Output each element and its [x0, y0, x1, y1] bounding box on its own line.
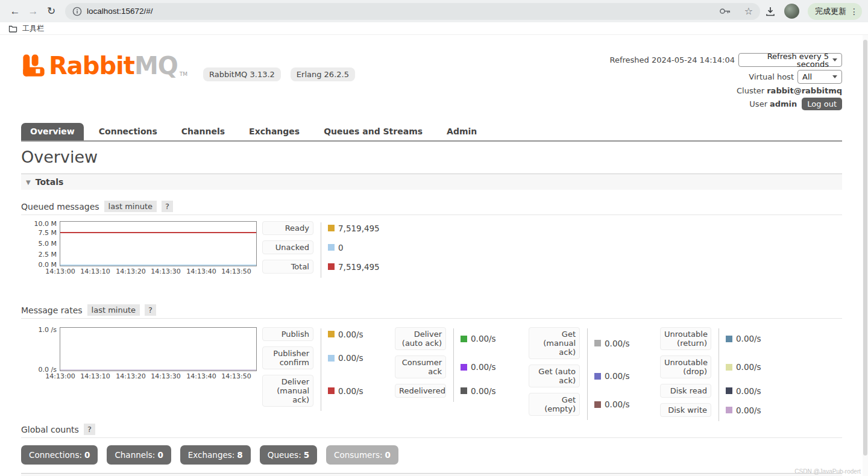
connections-count-button[interactable]: Connections:0 [21, 445, 98, 465]
ytick: 2.5 M [39, 251, 57, 258]
rabbitmq-management-page: RabbitMQ TM RabbitMQ 3.13.2 Erlang 26.2.… [0, 35, 868, 476]
consumers-count-button[interactable]: Consumers:0 [326, 445, 398, 465]
legend-get-empty-label[interactable]: Get (empty) [529, 393, 580, 416]
header-status-panel: Refreshed 2024-05-24 14:14:04 Refresh ev… [589, 53, 842, 113]
tab-connections[interactable]: Connections [90, 123, 166, 140]
queues-label: Queues: [268, 450, 301, 460]
ready-swatch-icon [328, 225, 335, 231]
downloads-icon[interactable] [765, 6, 776, 17]
redelivered-rate: 0.00/s [471, 386, 496, 396]
rabbitmq-logo-icon[interactable] [21, 53, 46, 78]
erlang-version-badge: Erlang 26.2.5 [291, 67, 355, 81]
browser-update-button[interactable]: 完成更新 ⋮ [808, 3, 862, 20]
rates-help-icon[interactable]: ? [145, 304, 156, 316]
exchanges-label: Exchanges: [188, 450, 235, 460]
legend-unroutable-drop-label[interactable]: Unroutable (drop) [660, 355, 711, 378]
legend-divider [719, 328, 719, 421]
get-auto-rate: 0.00/s [605, 371, 630, 381]
unacked-swatch-icon [328, 244, 335, 251]
unroutable-return-rate: 0.00/s [736, 334, 761, 343]
legend-consumer-ack-label[interactable]: Consumer ack [395, 355, 446, 378]
exchanges-value: 8 [237, 450, 242, 460]
tab-overview[interactable]: Overview [21, 123, 84, 140]
profile-avatar[interactable] [784, 4, 799, 19]
legend-unacked-label[interactable]: Unacked [262, 240, 313, 254]
xtick: 14:13:00 [41, 268, 80, 275]
vhost-select[interactable]: All [797, 70, 842, 84]
legend-divider [453, 328, 454, 402]
redelivered-swatch-icon [461, 387, 467, 394]
legend-redelivered-label[interactable]: Redelivered [395, 384, 446, 398]
totals-legend: Ready 7,519,495 Unacked 0 Total 7,519,49… [262, 221, 380, 279]
channels-count-button[interactable]: Channels:0 [107, 445, 171, 465]
password-key-icon[interactable] [719, 7, 731, 15]
consumers-value: 0 [385, 450, 391, 460]
tab-admin[interactable]: Admin [438, 123, 486, 140]
reload-icon[interactable]: ↻ [42, 5, 60, 17]
forward-icon[interactable]: → [24, 5, 42, 17]
legend-publisher-confirm-label[interactable]: Publisher confirm [262, 346, 313, 369]
legend-publish-label[interactable]: Publish [262, 327, 313, 341]
site-info-icon[interactable] [72, 7, 82, 16]
queued-period-chip[interactable]: last minute [104, 201, 157, 212]
disk-write-rate: 0.00/s [736, 406, 761, 415]
legend-deliver-manual-label[interactable]: Deliver (manual ack) [262, 375, 313, 407]
queued-messages-chart: 14:13:00 14:13:10 14:13:20 14:13:30 14:1… [60, 221, 257, 266]
legend-disk-read-label[interactable]: Disk read [660, 384, 711, 398]
legend-divider [321, 328, 321, 411]
legend-total-label[interactable]: Total [262, 260, 313, 274]
vhost-label: Virtual host [749, 73, 794, 81]
rates-period-chip[interactable]: last minute [87, 304, 140, 316]
refreshed-timestamp: Refreshed 2024-05-24 14:14:04 [609, 56, 735, 64]
xtick: 14:13:20 [112, 372, 150, 380]
totals-section-header[interactable]: ▼ Totals [21, 174, 842, 190]
unroutable-return-swatch-icon [726, 336, 732, 342]
page-title: Overview [21, 148, 842, 166]
message-rates-heading: Message rates last minute ? [21, 304, 842, 319]
queued-help-icon[interactable]: ? [162, 201, 173, 212]
xtick: 14:13:50 [217, 268, 256, 275]
total-series-line [60, 232, 256, 233]
user-label: User [749, 100, 767, 108]
connections-value: 0 [84, 450, 90, 460]
legend-get-manual-label[interactable]: Get (manual ack) [529, 327, 580, 359]
legend-unroutable-return-label[interactable]: Unroutable (return) [660, 327, 711, 350]
brand-rabbit-text: Rabbit [49, 52, 134, 80]
legend-disk-write-label[interactable]: Disk write [660, 403, 711, 417]
disk-read-rate: 0.00/s [736, 386, 761, 396]
browser-update-label: 完成更新 [815, 6, 846, 17]
queues-count-button[interactable]: Queues:5 [260, 445, 317, 465]
deliver-manual-rate: 0.00/s [338, 386, 363, 396]
tab-channels[interactable]: Channels [172, 123, 234, 140]
exchanges-count-button[interactable]: Exchanges:8 [180, 445, 251, 465]
back-icon[interactable]: ← [6, 5, 24, 17]
tab-queues-streams[interactable]: Queues and Streams [315, 123, 432, 140]
refresh-interval-select[interactable]: Refresh every 5 seconds [738, 53, 842, 67]
get-empty-rate: 0.00/s [605, 399, 630, 409]
nodes-section-header[interactable]: ▼ Nodes [21, 473, 842, 476]
xtick: 14:13:40 [182, 372, 221, 380]
global-count-buttons: Connections:0 Channels:0 Exchanges:8 Que… [21, 445, 842, 465]
queued-chart-xaxis: 14:13:00 14:13:10 14:13:20 14:13:30 14:1… [60, 266, 256, 274]
legend-ready-label[interactable]: Ready [262, 221, 313, 235]
logout-button[interactable]: Log out [802, 98, 842, 110]
chrome-menu-icon[interactable]: ⋮ [850, 7, 858, 16]
global-counts-help-icon[interactable]: ? [84, 424, 95, 435]
bookmark-star-icon[interactable]: ☆ [744, 5, 753, 17]
vhost-value: All [802, 73, 812, 81]
rates-legend-col1: Publish 0.00/s Publisher confirm 0.00/s … [262, 327, 363, 412]
address-bar[interactable]: localhost:15672/#/ ☆ [65, 3, 760, 20]
unacked-value: 0 [338, 243, 344, 252]
legend-get-auto-label[interactable]: Get (auto ack) [529, 365, 580, 387]
ready-value: 7,519,495 [338, 224, 380, 233]
csdn-watermark: CSDN @JavaPub-rodert [794, 468, 861, 475]
xtick: 14:13:30 [146, 372, 185, 380]
consumer-ack-swatch-icon [461, 364, 467, 371]
folder-icon [8, 25, 17, 33]
bookmark-folder-label[interactable]: 工具栏 [22, 23, 44, 34]
tab-exchanges[interactable]: Exchanges [240, 123, 309, 140]
chevron-down-icon [832, 75, 837, 78]
legend-deliver-auto-label[interactable]: Deliver (auto ack) [395, 327, 446, 350]
deliver-manual-swatch-icon [328, 387, 335, 394]
queues-value: 5 [304, 450, 309, 460]
